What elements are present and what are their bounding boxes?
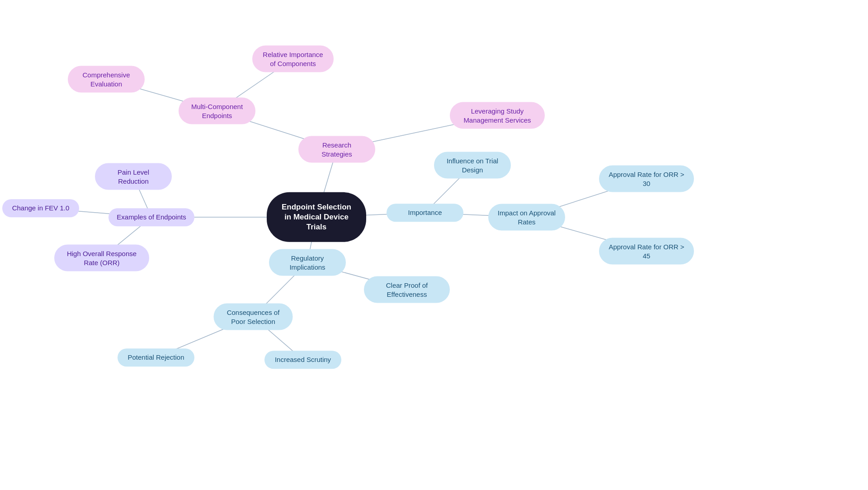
node-relative_importance[interactable]: Relative Importance of Components (252, 46, 334, 72)
node-approval_orr_30[interactable]: Approval Rate for ORR > 30 (599, 166, 694, 192)
mindmap-canvas: Endpoint Selection in Medical Device Tri… (0, 0, 868, 490)
node-comprehensive_evaluation[interactable]: Comprehensive Evaluation (68, 66, 145, 93)
node-change_fev[interactable]: Change in FEV 1.0 (2, 199, 79, 217)
node-high_orr[interactable]: High Overall Response Rate (ORR) (54, 245, 149, 271)
node-clear_proof[interactable]: Clear Proof of Effectiveness (364, 276, 450, 303)
node-consequences[interactable]: Consequences of Poor Selection (214, 304, 293, 330)
node-multi_component[interactable]: Multi-Component Endpoints (179, 98, 255, 124)
node-increased_scrutiny[interactable]: Increased Scrutiny (264, 351, 341, 369)
node-pain_level[interactable]: Pain Level Reduction (95, 163, 172, 190)
node-influence_trial[interactable]: Influence on Trial Design (434, 152, 511, 179)
node-examples_endpoints[interactable]: Examples of Endpoints (108, 208, 194, 226)
node-regulatory_implications[interactable]: Regulatory Implications (269, 249, 346, 276)
node-leveraging_study[interactable]: Leveraging Study Management Services (450, 102, 545, 129)
node-approval_orr_45[interactable]: Approval Rate for ORR > 45 (599, 238, 694, 265)
node-impact_approval[interactable]: Impact on Approval Rates (488, 204, 565, 231)
node-research_strategies[interactable]: Research Strategies (298, 136, 375, 163)
node-potential_rejection[interactable]: Potential Rejection (118, 348, 194, 366)
node-center[interactable]: Endpoint Selection in Medical Device Tri… (267, 192, 366, 242)
node-importance[interactable]: Importance (387, 204, 463, 222)
